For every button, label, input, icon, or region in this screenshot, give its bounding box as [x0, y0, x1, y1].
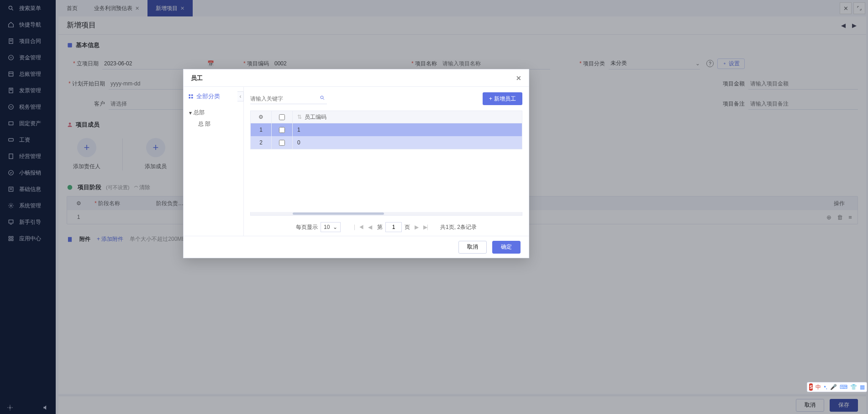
employee-table: ⚙ ⇅员工编码 1 1 2 0 [250, 111, 522, 149]
row-index: 2 [251, 136, 272, 149]
pager-next[interactable]: ▶ [413, 223, 421, 231]
page-word: 页 [405, 223, 410, 231]
pager-summary: 共1页, 2条记录 [440, 223, 477, 231]
modal-category-panel: 全部分类 ▾总部 总 部 ‹ [184, 87, 244, 236]
modal-title: 员工 [191, 74, 203, 82]
search-icon[interactable] [320, 95, 325, 101]
perpage-label: 每页显示 [296, 223, 318, 231]
svg-rect-31 [191, 95, 193, 96]
modal-close-icon[interactable]: ✕ [516, 74, 521, 82]
svg-rect-32 [189, 97, 191, 99]
gear-icon[interactable]: ⚙ [258, 114, 263, 120]
pager: 每页显示 10⌄ ⎸◀ ◀ 第 页 ▶ ▶⎸ 共1页, 2条记录 [250, 222, 522, 232]
row-checkbox[interactable] [279, 140, 285, 146]
table-row[interactable]: 2 0 [251, 136, 522, 149]
col-code-label: 员工编码 [305, 113, 326, 121]
horizontal-scrollbar[interactable] [250, 212, 522, 216]
perpage-select[interactable]: 10⌄ [321, 222, 341, 232]
pager-first[interactable]: ⎸◀ [355, 223, 363, 231]
row-index: 1 [251, 123, 272, 136]
select-all-checkbox[interactable] [279, 114, 285, 120]
svg-line-35 [323, 99, 325, 100]
chevron-down-icon: ⌄ [333, 224, 337, 230]
modal-cancel-button[interactable]: 取消 [458, 241, 487, 254]
search-box [250, 93, 327, 104]
svg-point-34 [321, 96, 323, 99]
all-categories-link[interactable]: 全部分类 [188, 92, 239, 101]
row-checkbox[interactable] [279, 127, 285, 133]
ime-menu-icon: ▦ [860, 384, 865, 390]
ime-mic-icon: 🎤 [830, 384, 837, 390]
collapse-handle[interactable]: ‹ [237, 91, 244, 101]
search-input[interactable] [250, 93, 327, 104]
ime-lang-label: 中 [815, 383, 821, 391]
page-input[interactable] [385, 222, 402, 232]
tree-item-child[interactable]: 总 部 [188, 118, 239, 130]
add-employee-button[interactable]: + 新增员工 [483, 92, 522, 105]
pager-prev[interactable]: ◀ [366, 223, 374, 231]
row-code: 1 [293, 127, 522, 133]
ime-skin-icon: 👕 [850, 384, 857, 390]
tree-item-root[interactable]: ▾总部 [188, 107, 239, 118]
ime-keyboard-icon: ⌨ [840, 384, 847, 390]
row-code: 0 [293, 139, 522, 146]
ime-toolbar[interactable]: S 中 •, 🎤 ⌨ 👕 ▦ [807, 382, 867, 392]
page-word: 第 [377, 223, 383, 231]
sort-icon[interactable]: ⇅ [297, 114, 302, 120]
svg-rect-33 [191, 97, 193, 99]
ime-logo-icon: S [809, 383, 813, 391]
pager-last[interactable]: ▶⎸ [424, 223, 432, 231]
svg-rect-30 [189, 95, 191, 96]
ime-punct-icon: •, [824, 384, 827, 390]
employee-modal: 员工 ✕ 全部分类 ▾总部 总 部 ‹ + 新增员工 [183, 69, 529, 258]
caret-down-icon: ▾ [189, 110, 192, 116]
modal-ok-button[interactable]: 确定 [492, 241, 521, 254]
table-row[interactable]: 1 1 [251, 123, 522, 136]
